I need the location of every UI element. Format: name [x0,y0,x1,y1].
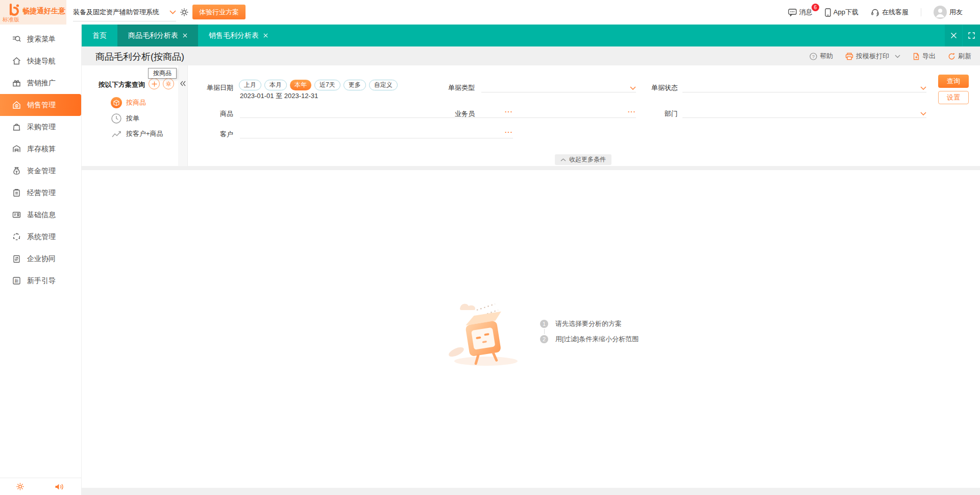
sidebar-item-sales[interactable]: 销售管理 [0,94,81,116]
scheme-tooltip: 按商品 [148,68,177,79]
sidebar-item-operation[interactable]: 经营管理 [0,182,81,204]
dashed-circle-icon [12,232,21,242]
scheme-collapse-handle[interactable] [178,65,188,166]
page-title-row: 商品毛利分析(按商品) ? 帮助 按模板打印 导出 刷新 [82,46,980,65]
online-service-button[interactable]: 在线客服 [871,8,909,17]
id-card-icon [12,210,21,220]
header-divider [921,8,921,16]
doc-type-filter-label: 单据类型 [434,83,475,92]
app-download-button[interactable]: App下载 [825,8,859,17]
tab-product-profit[interactable]: 商品毛利分析表 [117,25,198,46]
sidebar-item-label: 企业协同 [27,254,56,264]
salesman-picker-ellipsis-icon[interactable]: ··· [628,108,636,115]
scheme-panel-title: 按以下方案查询 [99,80,145,89]
close-all-tabs-icon[interactable] [945,25,962,46]
cube-icon [111,97,122,108]
step-text: 请先选择要分析的方案 [555,319,622,328]
empty-state: 1 请先选择要分析的方案 2 用[过滤]条件来缩小分析范围 [445,296,639,367]
help-icon: ? [810,53,817,60]
doc-type-select[interactable] [481,81,636,92]
date-range-value[interactable]: 2023-01-01 至 2023-12-31 [240,91,318,101]
newbie-icon: 新 [12,276,21,286]
gear-icon[interactable] [180,8,189,17]
sidebar: 搜索菜单 快捷导航 营销推广 销售管理 采购管理 库存核算 [0,25,82,495]
tab-close-icon[interactable] [263,33,268,38]
customer-picker-ellipsis-icon[interactable]: ··· [505,128,513,136]
print-label: 按模板打印 [856,52,889,61]
scheme-item-label: 按单 [126,114,139,123]
date-filter-label: 单据日期 [192,83,233,92]
clipboard-icon [12,188,21,198]
sidebar-item-search-menu[interactable]: 搜索菜单 [0,28,81,50]
pill-last-month[interactable]: 上月 [239,80,261,90]
collapse-more-conditions[interactable]: 收起更多条件 [555,154,611,165]
tab-sales-profit[interactable]: 销售毛利分析表 [198,25,279,46]
sidebar-item-inventory[interactable]: 库存核算 [0,138,81,160]
online-service-label: 在线客服 [882,8,909,17]
export-button[interactable]: 导出 [913,52,936,61]
sidebar-item-label: 资金管理 [27,167,56,176]
step-connector [544,329,545,334]
sidebar-bottom-bar [0,478,81,495]
doc-status-filter-label: 单据状态 [637,83,678,92]
add-scheme-button[interactable] [149,78,160,89]
sidebar-item-collaboration[interactable]: 企业协同 [0,248,81,270]
sidebar-item-label: 经营管理 [27,188,56,198]
customer-filter-input[interactable]: ··· [240,126,513,138]
pill-custom[interactable]: 自定义 [369,80,398,90]
page-toolbar: ? 帮助 按模板打印 导出 刷新 [810,52,971,61]
sidebar-item-funds[interactable]: 资金管理 [0,160,81,182]
collapse-more-label: 收起更多条件 [569,155,606,164]
user-menu[interactable]: 用友 [934,6,963,19]
pill-last-7-days[interactable]: 近7天 [314,80,340,90]
chevron-down-icon [895,55,900,58]
app-window: 畅捷通好生意 标准版 装备及固定资产辅助管理系统 体验行业方案 消息 6 [0,0,980,495]
scheme-item-by-customer-product[interactable]: 按客户+商品 [111,128,163,139]
sidebar-item-base-info[interactable]: 基础信息 [0,204,81,226]
collab-board-icon [12,254,21,264]
tab-label: 销售毛利分析表 [209,31,259,40]
scheme-settings-button[interactable] [163,78,174,89]
dept-select[interactable] [682,106,926,118]
refresh-button[interactable]: 刷新 [948,52,971,61]
app-download-label: App下载 [834,8,859,17]
top-header: 畅捷通好生意 标准版 装备及固定资产辅助管理系统 体验行业方案 消息 6 [0,0,980,25]
tab-close-icon[interactable] [183,33,187,38]
fullscreen-icon[interactable] [963,25,980,46]
pill-this-month[interactable]: 本月 [264,80,287,90]
system-dropdown[interactable]: 装备及固定资产辅助管理系统 [73,3,176,21]
salesman-filter-input[interactable]: ··· [481,106,636,118]
settings-button[interactable]: 设置 [938,91,969,104]
step-text: 用[过滤]条件来缩小分析范围 [555,335,639,344]
scheme-item-by-order[interactable]: 按单 [111,113,139,124]
sidebar-item-label: 采购管理 [27,123,56,132]
sidebar-item-label: 新手引导 [27,276,56,286]
empty-box-illustration [445,296,527,367]
brand-logo: 畅捷通好生意 标准版 [0,0,66,25]
messages-label: 消息 [799,8,813,17]
refresh-label: 刷新 [958,52,971,61]
sidebar-item-quick-nav[interactable]: 快捷导航 [0,50,81,72]
product-filter-label: 商品 [192,109,233,119]
sidebar-item-purchase[interactable]: 采购管理 [0,116,81,138]
tab-home[interactable]: 首页 [82,25,117,46]
pill-more[interactable]: 更多 [344,80,366,90]
doc-status-select[interactable] [682,81,926,92]
sales-house-icon [12,100,21,110]
messages-button[interactable]: 消息 6 [788,8,813,17]
print-template-button[interactable]: 按模板打印 [845,52,900,61]
sidebar-item-newbie-guide[interactable]: 新 新手引导 [0,270,81,292]
pill-this-year[interactable]: 本年 [290,80,311,90]
help-button[interactable]: ? 帮助 [810,52,833,61]
sidebar-item-marketing[interactable]: 营销推广 [0,72,81,94]
tab-label: 首页 [92,31,107,40]
trial-solution-button[interactable]: 体验行业方案 [192,5,246,19]
chevron-up-icon [560,158,566,161]
warehouse-icon [12,144,21,154]
shopping-bag-icon [12,122,21,132]
scheme-item-by-product[interactable]: 按商品 [111,97,146,108]
settings-gear-icon[interactable] [16,482,24,491]
audio-speaker-icon[interactable] [55,483,64,491]
sidebar-item-system[interactable]: 系统管理 [0,226,81,248]
query-button[interactable]: 查询 [938,75,969,88]
